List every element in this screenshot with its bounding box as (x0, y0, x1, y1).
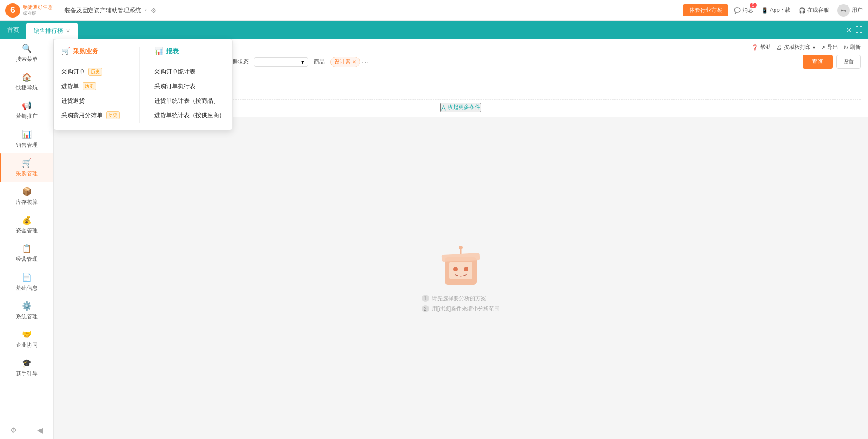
message-button[interactable]: 💬 消息 9 (734, 6, 753, 14)
setting-button[interactable]: 设置 (836, 55, 861, 69)
tab-maximize-icon[interactable]: ⛶ (855, 26, 863, 34)
search-icon: 🔍 (22, 44, 32, 54)
headset-icon: 🎧 (799, 7, 805, 14)
finance-icon: 💰 (22, 215, 32, 225)
export-button[interactable]: ↗ 导出 (821, 44, 838, 51)
purchase-col-icon: 🛒 (61, 47, 70, 55)
basic-info-icon: 📄 (22, 272, 32, 282)
purchase-col: 🛒 采购业务 采购订单 历史 进货单 历史 进货退货 采购费用分摊单 历史 (61, 47, 125, 123)
sidebar-item-quick-nav[interactable]: 🏠 快捷导航 (0, 68, 53, 96)
collapse-button[interactable]: ⋀ 收起更多条件 (440, 103, 481, 112)
home-icon: 🏠 (22, 72, 32, 82)
app-title-bar: 装备及固定资产辅助管理系统 ▾ ⚙ (64, 6, 678, 15)
query-button[interactable]: 查询 (803, 55, 833, 69)
sidebar-item-system[interactable]: ⚙️ 系统管理 (0, 296, 53, 325)
empty-illustration (434, 244, 488, 289)
sidebar-item-inventory[interactable]: 📦 库存核算 (0, 182, 53, 211)
purchase-icon: 🛒 (22, 158, 32, 168)
svg-point-3 (453, 267, 458, 271)
action-buttons: 查询 设置 (803, 55, 861, 69)
empty-tip-2: 2 用[过滤]条件来缩小分析范围 (422, 305, 500, 313)
dropdown-item-incoming[interactable]: 进货单 历史 (61, 79, 125, 94)
export-icon: ↗ (821, 44, 825, 51)
app-download-button[interactable]: 📱 App下载 (761, 6, 790, 14)
operation-icon: 📋 (22, 244, 32, 254)
phone-icon: 📱 (761, 7, 768, 14)
print-arrow: ▾ (813, 44, 815, 51)
trial-button[interactable]: 体验行业方案 (683, 4, 728, 16)
dropdown-item-expense[interactable]: 采购费用分摊单 历史 (61, 108, 125, 123)
message-badge: 9 (750, 3, 757, 8)
empty-tip-1: 1 请先选择要分析的方案 (422, 295, 500, 302)
tab-home[interactable]: 首页 (0, 21, 26, 39)
user-button[interactable]: Ea 用户 (837, 4, 863, 17)
dropdown-divider (139, 47, 140, 123)
refresh-button[interactable]: ↻ 刷新 (844, 44, 861, 51)
logo-text: 畅捷通好生意 (23, 4, 53, 10)
tab-bar: 首页 销售排行榜 ✕ ✕ ⛶ (0, 21, 868, 39)
logo-area: 6 畅捷通好生意 标准版 (5, 3, 59, 18)
goods-filter: 设计素 ✕ ··· (330, 57, 370, 67)
goods-tag-close[interactable]: ✕ (352, 59, 356, 64)
tab-sales-ranking[interactable]: 销售排行榜 ✕ (26, 23, 78, 39)
sales-icon: 📊 (22, 129, 32, 139)
sidebar: 🔍 搜索菜单 🏠 快捷导航 📢 营销推广 📊 销售管理 🛒 采购管理 📦 库存核… (0, 39, 54, 439)
sidebar-footer: ⚙ ◀ (0, 421, 53, 439)
purchase-col-title: 🛒 采购业务 (61, 47, 125, 59)
active-bar (0, 153, 1, 182)
dropdown-item-order-stats[interactable]: 采购订单统计表 (154, 64, 225, 79)
print-button[interactable]: 🖨 按模板打印 ▾ (776, 44, 815, 51)
tab-bar-right: ✕ ⛶ (846, 26, 868, 35)
tab-close-icon[interactable]: ✕ (66, 28, 70, 34)
svg-point-6 (459, 246, 463, 249)
sidebar-item-guide[interactable]: 🎓 新手引导 (0, 354, 53, 382)
dropdown-item-return[interactable]: 进货退货 (61, 94, 125, 108)
sidebar-item-basic-info[interactable]: 📄 基础信息 (0, 268, 53, 296)
purchase-dropdown: 🛒 采购业务 采购订单 历史 进货单 历史 进货退货 采购费用分摊单 历史 📊 … (54, 39, 233, 130)
app-title-text: 装备及固定资产辅助管理系统 (64, 6, 141, 15)
marketing-icon: 📢 (22, 101, 32, 111)
collapse-up-icon: ⋀ (441, 104, 446, 111)
history-tag-3: 历史 (106, 111, 120, 119)
system-icon: ⚙️ (22, 301, 32, 311)
sidebar-item-operation[interactable]: 📋 经营管理 (0, 239, 53, 268)
bill-status-select[interactable]: ▾ (254, 57, 308, 67)
title-dropdown-arrow[interactable]: ▾ (145, 8, 147, 13)
logo-icon: 6 (5, 3, 20, 18)
inventory-icon: 📦 (22, 187, 32, 197)
report-col-title: 📊 报表 (154, 47, 225, 59)
sidebar-item-purchase[interactable]: 🛒 采购管理 (0, 153, 53, 182)
avatar: Ea (837, 4, 850, 17)
svg-point-4 (464, 267, 468, 271)
footer-collapse-icon[interactable]: ◀ (37, 426, 43, 434)
refresh-icon: ↻ (844, 44, 848, 51)
footer-settings-icon[interactable]: ⚙ (10, 426, 17, 434)
dropdown-item-purchase-order[interactable]: 采购订单 历史 (61, 64, 125, 79)
logo-badge: 标准版 (23, 10, 53, 17)
empty-text-group: 1 请先选择要分析的方案 2 用[过滤]条件来缩小分析范围 (422, 295, 500, 313)
message-icon: 💬 (734, 7, 741, 14)
goods-tag[interactable]: 设计素 ✕ (330, 57, 360, 67)
dropdown-item-incoming-stats-goods[interactable]: 进货单统计表（按商品） (154, 94, 225, 108)
dropdown-item-incoming-stats-supplier[interactable]: 进货单统计表（按供应商） (154, 108, 225, 123)
history-tag-1: 历史 (83, 82, 96, 90)
top-right-area: 💬 消息 9 📱 App下载 🎧 在线客服 Ea 用户 (734, 4, 863, 17)
tab-close-all-icon[interactable]: ✕ (846, 26, 852, 35)
sidebar-item-search[interactable]: 🔍 搜索菜单 (0, 39, 53, 68)
goods-more-dots[interactable]: ··· (362, 59, 370, 65)
sidebar-item-finance[interactable]: 💰 资金管理 (0, 211, 53, 239)
report-col: 📊 报表 采购订单统计表 采购订单执行表 进货单统计表（按商品） 进货单统计表（… (154, 47, 225, 123)
help-button[interactable]: ❓ 帮助 (751, 44, 771, 51)
sidebar-item-sales[interactable]: 📊 销售管理 (0, 125, 53, 153)
settings-icon[interactable]: ⚙ (151, 7, 156, 14)
sidebar-item-enterprise[interactable]: 🤝 企业协同 (0, 325, 53, 354)
sidebar-item-marketing[interactable]: 📢 营销推广 (0, 96, 53, 125)
online-service-button[interactable]: 🎧 在线客服 (799, 6, 829, 14)
help-icon: ❓ (751, 44, 758, 51)
toolbar-right: ❓ 帮助 🖨 按模板打印 ▾ ↗ 导出 ↻ 刷新 (751, 44, 861, 51)
history-tag-0: 历史 (88, 68, 102, 76)
guide-icon: 🎓 (22, 358, 32, 368)
dropdown-item-order-exec[interactable]: 采购订单执行表 (154, 79, 225, 94)
chevron-down-icon: ▾ (301, 59, 304, 65)
top-bar: 6 畅捷通好生意 标准版 装备及固定资产辅助管理系统 ▾ ⚙ 体验行业方案 💬 … (0, 0, 868, 21)
